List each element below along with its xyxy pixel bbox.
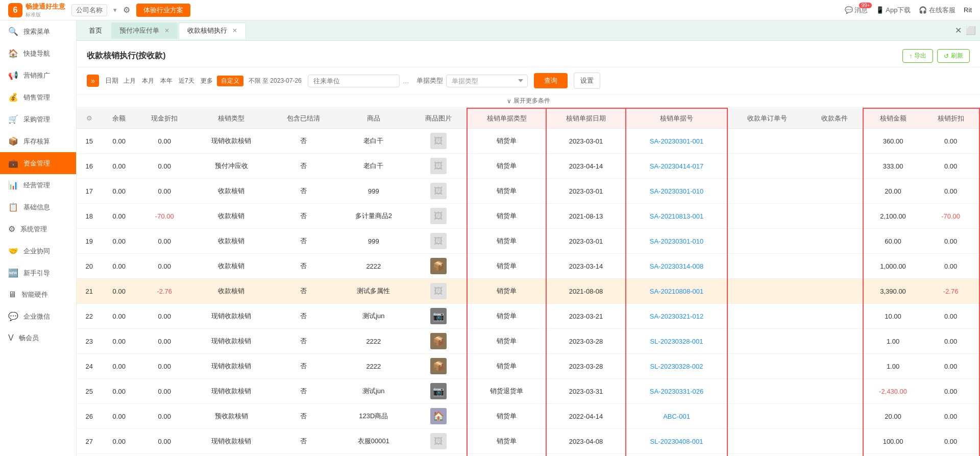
tab-collection-close[interactable]: ✕ — [232, 27, 237, 34]
collab-icon: 🤝 — [8, 246, 18, 256]
sidebar-item-label: 企业微信 — [23, 312, 50, 321]
table-col-cash-discount: 现金折扣 — [136, 108, 192, 129]
msg-badge-count: 99+ — [859, 3, 872, 8]
date-this-year-btn[interactable]: 本年 — [158, 76, 175, 86]
guide-icon: 🆕 — [8, 268, 18, 278]
company-selector[interactable]: 公司名称 — [71, 4, 107, 16]
filter-settings-btn[interactable]: 设置 — [574, 73, 600, 89]
logo-icon: 6 — [8, 3, 22, 17]
sidebar-item-label: 系统管理 — [20, 225, 47, 234]
date-more-btn[interactable]: 更多 — [199, 76, 215, 86]
table-col-receipt-order: 收款单订单号 — [727, 108, 806, 129]
tab-bar: 首页 预付冲应付单 ✕ 收款核销执行 ✕ ✕ ⬜ — [77, 20, 980, 41]
sidebar-item-label: 经营管理 — [23, 181, 50, 190]
table-row: 24 — [77, 354, 102, 379]
bill-no-link[interactable]: SA-20230314-008 — [650, 262, 704, 270]
online-service-btn[interactable]: 🎧 在线客服 — [919, 6, 955, 15]
sidebar-item-member[interactable]: V 畅会员 — [0, 327, 76, 349]
sidebar-item-shortcut[interactable]: 🏠 快捷导航 — [0, 42, 76, 64]
page-title: 收款核销执行(按收款) — [87, 51, 166, 61]
sidebar-item-finance[interactable]: 💼 资金管理 — [0, 152, 76, 174]
tab-home-label: 首页 — [89, 26, 102, 35]
bill-no-link[interactable]: SA-20230301-010 — [650, 187, 704, 195]
sidebar-item-search[interactable]: 🔍 搜索菜单 — [0, 20, 76, 42]
table-row: 18 — [77, 204, 102, 229]
app-download-btn[interactable]: 📱 App下载 — [876, 6, 911, 15]
table-col-include-settled: 包含已结清 — [270, 108, 337, 129]
page-header-actions: ↑ 导出 ↺ 刷新 — [902, 49, 970, 63]
trial-button[interactable]: 体验行业方案 — [136, 4, 190, 17]
data-table: ⚙ 余额 现金折扣 核销类型 包含已结清 商品 商品图片 核销单据类型 核销单据… — [77, 108, 980, 456]
sidebar-item-hardware[interactable]: 🖥 智能硬件 — [0, 284, 76, 305]
table-row: 26 — [77, 404, 102, 429]
tab-prepay-close[interactable]: ✕ — [164, 27, 169, 34]
date-last-month-btn[interactable]: 上月 — [121, 76, 138, 86]
bill-no-link[interactable]: ABC-001 — [663, 413, 690, 420]
sidebar-item-base[interactable]: 📋 基础信息 — [0, 196, 76, 218]
bill-no-link[interactable]: SA-20230301-010 — [650, 237, 704, 245]
query-button[interactable]: 查询 — [534, 73, 568, 88]
tab-home[interactable]: 首页 — [81, 22, 110, 39]
settings-icon[interactable]: ⚙ — [123, 5, 130, 15]
sidebar-item-marketing[interactable]: 📢 营销推广 — [0, 64, 76, 86]
bill-no-link[interactable]: SL-20230328-001 — [650, 338, 703, 345]
sidebar-item-purchase[interactable]: 🛒 采购管理 — [0, 108, 76, 130]
table-row: 15 — [77, 129, 102, 154]
table-col-bill-type: 核销单据类型 — [467, 108, 546, 129]
tab-collection-label: 收款核销执行 — [187, 26, 227, 35]
sidebar-item-label: 搜索菜单 — [23, 27, 50, 36]
top-bar-right: 💬 消息 99+ 📱 App下载 🎧 在线客服 Rit — [845, 6, 972, 15]
table-row: 23 — [77, 329, 102, 354]
bill-no-link[interactable]: SA-20230321-012 — [650, 313, 704, 320]
bill-no-link[interactable]: SA-20210808-001 — [650, 287, 704, 295]
tab-bar-right: ✕ ⬜ — [955, 26, 976, 35]
dropdown-icon[interactable]: ▾ — [113, 6, 117, 14]
page-header: 收款核销执行(按收款) ↑ 导出 ↺ 刷新 — [77, 41, 980, 67]
sidebar-item-collab[interactable]: 🤝 企业协同 — [0, 240, 76, 262]
user-name[interactable]: Rit — [964, 6, 972, 14]
sidebar-item-label: 智能硬件 — [21, 290, 48, 299]
partner-input[interactable] — [308, 75, 400, 87]
bill-no-link[interactable]: SA-20230414-017 — [650, 162, 704, 170]
sidebar-item-wechat[interactable]: 💬 企业微信 — [0, 305, 76, 327]
sales-icon: 💰 — [8, 92, 18, 102]
date-this-month-btn[interactable]: 本月 — [140, 76, 156, 86]
date-7days-btn[interactable]: 近7天 — [177, 76, 197, 86]
operations-icon: 📊 — [8, 180, 18, 190]
bill-no-link[interactable]: SA-20230301-001 — [650, 137, 704, 145]
expand-more-btn[interactable]: ∨ 展开更多条件 — [507, 97, 550, 105]
bill-type-select[interactable]: 单据类型 — [446, 75, 528, 87]
table-col-product-img: 商品图片 — [410, 108, 467, 129]
purchase-icon: 🛒 — [8, 114, 18, 124]
filter-toggle-btn[interactable]: » — [87, 75, 99, 87]
sidebar-item-label: 畅会员 — [19, 333, 39, 343]
sidebar-item-operations[interactable]: 📊 经营管理 — [0, 174, 76, 196]
table-row: 20 — [77, 254, 102, 279]
date-custom-btn[interactable]: 自定义 — [217, 76, 243, 86]
sidebar-item-sales[interactable]: 💰 销售管理 — [0, 86, 76, 108]
bill-no-link[interactable]: SA-20230331-026 — [650, 388, 704, 395]
message-btn[interactable]: 💬 消息 99+ — [845, 6, 868, 15]
refresh-button[interactable]: ↺ 刷新 — [937, 49, 970, 63]
export-button[interactable]: ↑ 导出 — [902, 49, 933, 63]
tab-maximize-btn[interactable]: ⬜ — [966, 26, 976, 35]
table-col-gear[interactable]: ⚙ — [77, 108, 102, 129]
sidebar-item-system[interactable]: ⚙ 系统管理 — [0, 218, 76, 240]
tab-prepay[interactable]: 预付冲应付单 ✕ — [111, 22, 178, 39]
marketing-icon: 📢 — [8, 70, 18, 80]
sidebar-item-inventory[interactable]: 📦 库存核算 — [0, 130, 76, 152]
tab-close-window-btn[interactable]: ✕ — [955, 26, 962, 35]
page-inner: 收款核销执行(按收款) ↑ 导出 ↺ 刷新 » — [77, 41, 980, 456]
logo: 6 畅捷通好生意 标准版 — [8, 2, 65, 18]
page-content: 收款核销执行(按收款) ↑ 导出 ↺ 刷新 » — [77, 41, 980, 456]
data-table-wrapper: ⚙ 余额 现金折扣 核销类型 包含已结清 商品 商品图片 核销单据类型 核销单据… — [77, 108, 980, 456]
logo-text: 畅捷通好生意 标准版 — [26, 2, 65, 18]
date-options: 上月 本月 本年 近7天 更多 自定义 — [121, 76, 243, 86]
bill-no-link[interactable]: SL-20230328-002 — [650, 363, 703, 370]
sidebar-item-guide[interactable]: 🆕 新手引导 — [0, 262, 76, 284]
table-col-verify-amount: 核销金额 — [863, 108, 922, 129]
bill-no-link[interactable]: SL-20230408-001 — [650, 438, 703, 445]
bill-no-link[interactable]: SA-20210813-001 — [650, 212, 704, 220]
sidebar-item-label: 营销推广 — [23, 71, 50, 80]
tab-collection[interactable]: 收款核销执行 ✕ — [179, 22, 246, 39]
